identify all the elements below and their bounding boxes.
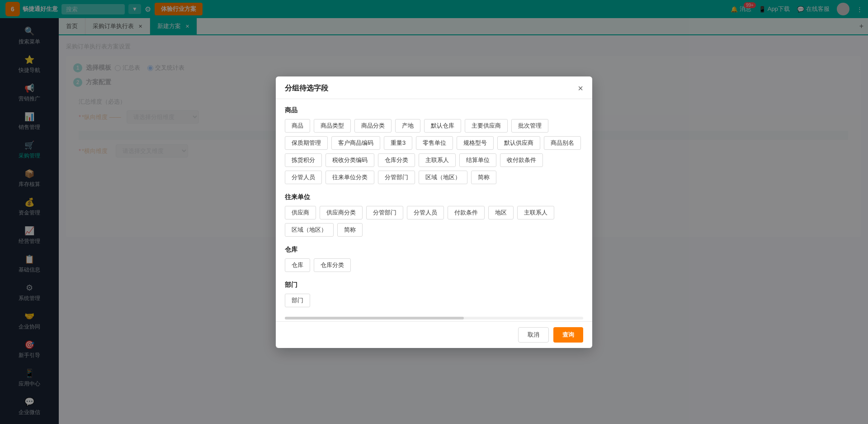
field-tag-region-counterpart[interactable]: 区域（地区） [285,223,334,237]
field-tag-supplier-category[interactable]: 供应商分类 [320,206,363,219]
section-counterpart-title: 往来单位 [285,193,583,201]
field-tag-supervisor-counterpart[interactable]: 分管人员 [407,206,444,219]
field-tag-goods[interactable]: 商品 [285,119,310,133]
field-tag-goods-category[interactable]: 商品分类 [354,119,392,133]
field-tag-weight3[interactable]: 重量3 [384,136,412,150]
field-tag-batch-mgmt[interactable]: 批次管理 [511,119,548,133]
field-tag-supervisor[interactable]: 分管人员 [285,171,322,184]
field-tag-warehouse-category[interactable]: 仓库分类 [378,153,415,167]
section-warehouse-tags: 仓库 仓库分类 [285,258,583,272]
dialog-close-btn[interactable]: × [578,84,583,93]
field-tag-payment-terms[interactable]: 收付款条件 [500,153,543,167]
app-wrapper: 6 畅捷通好生意 ▼ ⚙ 体验行业方案 🔔 消息 99+ 📱 App下载 💬 在… [0,0,868,424]
section-counterpart: 往来单位 供应商 供应商分类 分管部门 分管人员 付款条件 地区 主联系人 区域… [285,193,583,237]
dialog-header: 分组待选字段 × [276,76,592,99]
section-dept-title: 部门 [285,281,583,289]
field-select-dialog: 分组待选字段 × 商品 商品 商品类型 商品分类 产地 默认仓库 主要供应商 批… [276,76,592,348]
section-warehouse-title: 仓库 [285,246,583,254]
field-tag-region-goods[interactable]: 区域（地区） [419,171,467,184]
field-tag-short-name-counterpart[interactable]: 简称 [337,223,363,237]
field-tag-warehouse[interactable]: 仓库 [285,258,310,272]
dialog-body[interactable]: 商品 商品 商品类型 商品分类 产地 默认仓库 主要供应商 批次管理 保质期管理… [276,99,592,317]
dialog-hscroll-thumb [285,317,464,319]
dialog-cancel-btn[interactable]: 取消 [518,327,549,343]
field-tag-main-contact[interactable]: 主联系人 [419,153,456,167]
section-goods-tags: 商品 商品类型 商品分类 产地 默认仓库 主要供应商 批次管理 保质期管理 客户… [285,119,583,184]
field-tag-payment-condition[interactable]: 付款条件 [448,206,485,219]
field-tag-customer-code[interactable]: 客户商品编码 [331,136,380,150]
dialog-hscroll[interactable] [285,317,583,319]
section-warehouse: 仓库 仓库 仓库分类 [285,246,583,272]
dialog-confirm-btn[interactable]: 查询 [553,327,583,343]
field-tag-goods-type[interactable]: 商品类型 [314,119,351,133]
field-tag-dept-counterpart[interactable]: 分管部门 [366,206,403,219]
field-tag-area[interactable]: 地区 [488,206,514,219]
section-goods: 商品 商品 商品类型 商品分类 产地 默认仓库 主要供应商 批次管理 保质期管理… [285,106,583,184]
field-tag-retail-unit[interactable]: 零售单位 [416,136,453,150]
field-tag-settlement-unit[interactable]: 结算单位 [459,153,496,167]
field-tag-counterpart-category[interactable]: 往来单位分类 [326,171,374,184]
field-tag-shelf-life[interactable]: 保质期管理 [285,136,328,150]
field-tag-main-contact-counterpart[interactable]: 主联系人 [517,206,554,219]
field-tag-short-name-goods[interactable]: 简称 [471,171,496,184]
field-tag-default-supplier[interactable]: 默认供应商 [497,136,540,150]
dialog-footer: 取消 查询 [276,321,592,348]
field-tag-origin[interactable]: 产地 [395,119,420,133]
section-dept: 部门 部门 [285,281,583,307]
field-tag-supplier[interactable]: 供应商 [285,206,316,219]
field-tag-default-warehouse[interactable]: 默认仓库 [424,119,461,133]
field-tag-dept-manager[interactable]: 分管部门 [378,171,415,184]
field-tag-main-supplier[interactable]: 主要供应商 [465,119,508,133]
section-goods-title: 商品 [285,106,583,114]
field-tag-goods-alias[interactable]: 商品别名 [544,136,581,150]
field-tag-warehouse-type[interactable]: 仓库分类 [314,258,351,272]
modal-overlay: 分组待选字段 × 商品 商品 商品类型 商品分类 产地 默认仓库 主要供应商 批… [0,0,868,424]
section-counterpart-tags: 供应商 供应商分类 分管部门 分管人员 付款条件 地区 主联系人 区域（地区） … [285,206,583,237]
field-tag-dept[interactable]: 部门 [285,294,310,307]
field-tag-spec-model[interactable]: 规格型号 [457,136,494,150]
field-tag-pick-points[interactable]: 拣货积分 [285,153,322,167]
field-tag-tax-code[interactable]: 税收分类编码 [326,153,374,167]
section-dept-tags: 部门 [285,294,583,307]
dialog-title: 分组待选字段 [285,84,328,93]
